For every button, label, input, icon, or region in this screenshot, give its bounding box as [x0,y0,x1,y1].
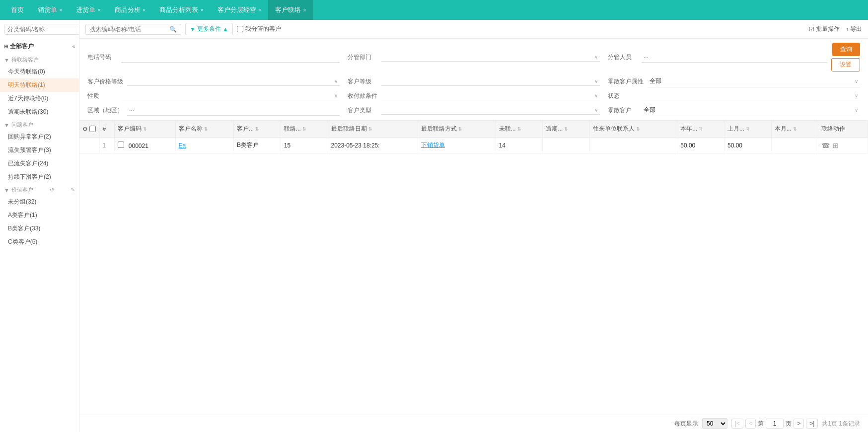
settings-col-icon[interactable]: ⚙ [82,126,88,133]
row-uncontacted: 14 [496,138,543,153]
toolbar-search-icon[interactable]: 🔍 [169,26,177,33]
filter-level-select[interactable]: ∨ [381,77,600,86]
value-edit-icon[interactable]: ✎ [71,187,75,193]
filter-person-row: 分管人员 ··· 查询 设置 [608,43,860,72]
sidebar-declining-customer[interactable]: 持续下滑客户(2) [0,170,79,184]
more-filter-btn[interactable]: ▼ 更多条件 ▲ [185,23,233,35]
nav-item-analysis-list[interactable]: 商品分析列表 × [152,0,210,20]
filter-retail-attr-select[interactable]: 全部 ∨ [648,75,860,87]
nav-item-customer-tier[interactable]: 客户分层经营 × [211,0,268,20]
nav-close-analysis[interactable]: × [143,7,145,13]
toolbar-search-input[interactable] [90,26,169,33]
th-last-month[interactable]: 上月... ⇅ [724,121,771,138]
sidebar-tomorrow-contact[interactable]: 明天待联络(1) [0,78,79,92]
filter-price-select[interactable]: ∨ [127,77,340,86]
row-settings [79,138,99,153]
next-page-btn[interactable]: > [794,419,804,429]
nav-close-analysis-list[interactable]: × [200,7,203,13]
nav-item-customer-contact[interactable]: 客户联络 × [268,0,313,20]
export-icon: ↑ [846,26,849,33]
batch-ops-btn[interactable]: ☑ 批量操作 [809,25,840,33]
sort-method-icon: ⇅ [458,127,462,132]
filter-payment-select[interactable]: ∨ [381,91,600,100]
nav-item-purchase[interactable]: 进货单 × [69,0,107,20]
toolbar-right: ☑ 批量操作 ↑ 导出 [809,25,862,33]
action-more-icon[interactable]: ⊞ [833,142,839,149]
filter-area-select[interactable]: ··· [127,105,340,116]
filter-gender-select[interactable]: ∨ [121,91,340,100]
page-size-select[interactable]: 50 100 200 [702,418,727,429]
th-customer-type[interactable]: 客户... ⇅ [234,121,281,138]
nav-close-purchase[interactable]: × [97,7,100,13]
sort-this-month-icon: ⇅ [793,127,797,132]
sidebar-ungroup[interactable]: 未分组(32) [0,195,79,209]
sort-type-icon: ⇅ [255,127,259,132]
row-last-month: 50.00 [724,138,771,153]
sidebar-a-class[interactable]: A类客户(1) [0,209,79,222]
th-last-contact-method[interactable]: 最后联络方式 ⇅ [418,121,496,138]
nav-item-sales[interactable]: 销货单 × [31,0,69,20]
th-uncontacted[interactable]: 未联... ⇅ [496,121,543,138]
th-contact-count[interactable]: 联络... ⇅ [281,121,328,138]
first-page-btn[interactable]: |< [731,419,743,429]
th-customer-code[interactable]: 客户编码 ⇅ [114,121,175,138]
page-unit: 页 [786,420,792,428]
prev-page-btn[interactable]: < [745,419,756,429]
filter-status-select[interactable]: ∨ [642,91,860,100]
th-overdue[interactable]: 逾期... ⇅ [543,121,590,138]
filter-panel: 电话号码 分管部门 ∨ 分管人员 ··· 查询 设置 [79,39,868,121]
query-btn[interactable]: 查询 [832,43,860,56]
filter-dept-select[interactable]: ∨ [381,53,600,62]
my-customers-checkbox[interactable] [237,26,243,32]
sidebar-overdue-contact[interactable]: 逾期未联络(30) [0,105,79,119]
nav-close-customer-tier[interactable]: × [258,7,261,13]
sidebar: 🔍 ⊞ 全部客户 « ▼ 待联络客户 今天待联络(0) 明天待联络(1) 近7天… [0,20,79,432]
sidebar-c-class[interactable]: C类客户(6) [0,235,79,249]
sidebar-repurchase-abnormal[interactable]: 回购异常客户(2) [0,130,79,144]
last-page-btn[interactable]: >| [806,419,818,429]
th-this-year[interactable]: 本年... ⇅ [677,121,724,138]
sidebar-search-input[interactable] [4,24,79,35]
action-contact-icon[interactable]: ☎ [821,142,830,149]
sidebar-loss-warning[interactable]: 流失预警客户(3) [0,144,79,157]
row-last-contact-method[interactable]: 下销货单 [418,138,496,153]
row-name[interactable]: Ea [175,138,234,153]
nav-close-sales[interactable]: × [59,7,62,13]
th-customer-name[interactable]: 客户名称 ⇅ [175,121,234,138]
sidebar-all-customers[interactable]: ⊞ 全部客户 « [0,39,79,54]
price-chevron-icon: ∨ [334,78,338,84]
filter-actions: 查询 设置 [831,43,860,72]
payment-chevron-icon: ∨ [594,93,598,98]
sidebar-7day-contact[interactable]: 近7天待联络(0) [0,92,79,105]
nav-close-customer-contact[interactable]: × [303,7,306,13]
toolbar-search-box: 🔍 [85,24,181,35]
row-actions: ☎ ⊞ [818,138,868,153]
filter-phone-input[interactable] [121,52,340,63]
filter-customer-type-select[interactable]: ∨ [381,106,600,115]
th-last-contact-date[interactable]: 最后联络日期 ⇅ [328,121,418,138]
page-number-input[interactable] [766,419,784,429]
sort-person-icon: ⇅ [636,127,640,132]
settings-btn[interactable]: 设置 [831,58,860,72]
sidebar-b-class[interactable]: B类客户(33) [0,222,79,235]
th-this-month[interactable]: 本月... ⇅ [771,121,818,138]
customers-table: ⚙ # 客户编码 ⇅ [79,121,868,153]
value-refresh-icon[interactable]: ↺ [50,187,54,193]
filter-retail-customer-select[interactable]: 全部 ∨ [642,104,860,116]
nav-item-analysis[interactable]: 商品分析 × [108,0,152,20]
export-btn[interactable]: ↑ 导出 [846,25,862,33]
sort-contact-count-icon: ⇅ [302,127,306,132]
dept-chevron-icon: ∨ [594,54,598,60]
row-num: 1 [99,138,114,153]
th-contact-person[interactable]: 往来单位联系人 ⇅ [589,121,677,138]
row-checkbox[interactable] [118,142,124,148]
filter-person-select[interactable]: ··· [642,52,827,63]
sidebar-value-section: ▼ 价值客户 ↺ ✎ [0,184,79,195]
select-all-checkbox[interactable] [89,126,96,132]
filter-customer-type-row: 客户类型 ∨ [348,104,600,116]
filter-level-row: 客户等级 ∨ [348,75,600,87]
sidebar-today-contact[interactable]: 今天待联络(0) [0,65,79,78]
sidebar-lost-customer[interactable]: 已流失客户(24) [0,157,79,170]
page-nav: |< < 第 页 > >| [731,419,818,429]
nav-home[interactable]: 首页 [4,5,31,14]
